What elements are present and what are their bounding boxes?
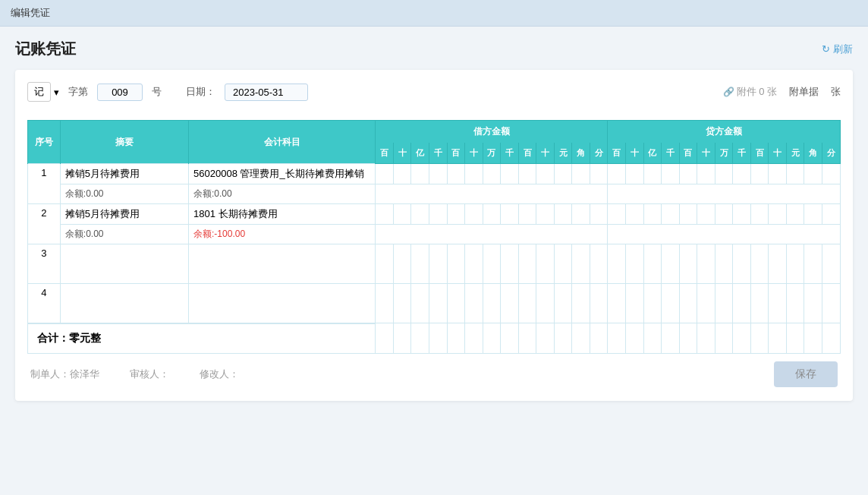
th-c-bai: 百 — [679, 143, 697, 164]
row3-account[interactable] — [189, 244, 376, 284]
row1-account[interactable]: 56020008 管理费用_长期待摊费用摊销 — [189, 164, 376, 184]
paperclip-icon: 🔗 — [723, 87, 734, 97]
refresh-button[interactable]: ↻ 刷新 — [822, 43, 853, 56]
th-summary: 摘要 — [60, 121, 188, 164]
th-c-shi2: 十 — [626, 143, 644, 164]
th-c-qian: 千 — [733, 143, 751, 164]
date-input[interactable] — [225, 84, 308, 101]
dropdown-icon: ▾ — [54, 87, 59, 98]
voucher-table: 序号 摘要 会计科目 借方金额 贷方金额 百 十 亿 千 百 十 万 — [27, 120, 841, 354]
modifier-area: 修改人： — [200, 367, 239, 381]
right-actions: 🔗 附件 0 张 附单据 张 — [723, 85, 841, 99]
table-header-row-1: 序号 摘要 会计科目 借方金额 贷方金额 — [28, 121, 841, 143]
table-row-balance1: 余额:0.00 余额:0.00 — [28, 184, 841, 204]
th-c-bai3: 百 — [750, 143, 769, 164]
row4-summary[interactable] — [60, 284, 188, 323]
th-c-wan: 万 — [715, 143, 733, 164]
creator-name: 徐泽华 — [70, 368, 99, 380]
th-d-qian2: 千 — [429, 143, 448, 164]
auditor-label: 审核人： — [130, 368, 169, 380]
th-d-bai: 百 — [447, 143, 465, 164]
th-d-wan: 万 — [483, 143, 501, 164]
row2-summary[interactable]: 摊销5月待摊费用 — [60, 204, 188, 225]
voucher-card: 记 ▾ 字第 号 日期： 🔗 附件 0 张 附单据 张 — [15, 70, 853, 401]
row1-balance: 余额:0.00 — [60, 184, 188, 204]
th-d-qian: 千 — [501, 143, 519, 164]
hao-label: 号 — [152, 85, 162, 99]
content-area: 记账凭证 ↻ 刷新 记 ▾ 字第 号 日期： 🔗 — [0, 27, 868, 495]
th-c-shi3: 十 — [769, 143, 787, 164]
th-seq: 序号 — [28, 121, 61, 164]
row1-seq: 1 — [28, 164, 61, 204]
refresh-icon: ↻ — [822, 43, 830, 55]
voucher-type-button[interactable]: 记 — [27, 82, 51, 102]
form-row: 记 ▾ 字第 号 日期： 🔗 附件 0 张 附单据 张 — [27, 82, 841, 109]
row4-seq: 4 — [28, 284, 61, 323]
row2-seq: 2 — [28, 204, 61, 244]
th-d-shi2: 十 — [393, 143, 411, 164]
th-d-yi: 亿 — [411, 143, 429, 164]
th-c-jiao: 角 — [804, 143, 822, 164]
th-d-yuan: 元 — [554, 143, 572, 164]
th-d-fen: 分 — [590, 143, 608, 164]
auditor-area: 审核人： — [130, 367, 169, 381]
th-c-fen: 分 — [822, 143, 841, 164]
row1-summary[interactable]: 摊销5月待摊费用 — [60, 164, 188, 184]
r1-d1[interactable] — [376, 164, 394, 184]
th-c-yuan: 元 — [786, 143, 804, 164]
creator-area: 制单人：徐泽华 — [30, 367, 99, 381]
th-d-bai2: 百 — [376, 143, 394, 164]
total-row: 合计：零元整 — [28, 323, 841, 354]
total-label: 合计：零元整 — [28, 323, 376, 354]
window-title: 编辑凭证 — [11, 7, 50, 18]
row2-account[interactable]: 1801 长期待摊费用 — [189, 204, 376, 225]
th-d-shi3: 十 — [536, 143, 555, 164]
th-credit: 贷方金额 — [608, 121, 841, 143]
window: 编辑凭证 记账凭证 ↻ 刷新 记 ▾ 字第 号 日期： — [0, 0, 868, 495]
single-doc-button[interactable]: 附单据 — [789, 85, 819, 99]
creator-label: 制单人： — [30, 368, 70, 380]
th-c-qian2: 千 — [662, 143, 680, 164]
th-c-yi: 亿 — [643, 143, 662, 164]
date-label: 日期： — [186, 85, 215, 99]
zi-di-label: 字第 — [68, 85, 88, 99]
row2-balance: 余额:0.00 — [60, 225, 188, 244]
zhang-label: 张 — [831, 85, 841, 99]
th-debit: 借方金额 — [376, 121, 608, 143]
th-d-jiao: 角 — [572, 143, 590, 164]
table-row-balance2: 余额:0.00 余额:-100.00 — [28, 225, 841, 244]
footer-row: 制单人：徐泽华 审核人： 修改人： 保存 — [27, 354, 841, 389]
save-button[interactable]: 保存 — [774, 361, 838, 387]
th-account: 会计科目 — [189, 121, 376, 164]
row3-summary[interactable] — [60, 244, 188, 284]
attachment-link[interactable]: 🔗 附件 0 张 — [723, 85, 777, 99]
th-d-bai3: 百 — [518, 143, 536, 164]
page-header: 记账凭证 ↻ 刷新 — [15, 39, 853, 59]
voucher-type-area: 记 ▾ — [27, 82, 59, 102]
th-c-shi: 十 — [697, 143, 715, 164]
table-row: 1 摊销5月待摊费用 56020008 管理费用_长期待摊费用摊销 — [28, 164, 841, 184]
table-row: 3 — [28, 244, 841, 284]
table-row: 2 摊销5月待摊费用 1801 长期待摊费用 — [28, 204, 841, 225]
table-row: 4 — [28, 284, 841, 323]
row1-account-balance: 余额:0.00 — [189, 184, 376, 204]
th-d-shi: 十 — [465, 143, 483, 164]
title-bar: 编辑凭证 — [0, 0, 868, 27]
page-title: 记账凭证 — [15, 39, 76, 59]
row2-account-balance: 余额:-100.00 — [189, 225, 376, 244]
row4-account[interactable] — [189, 284, 376, 323]
voucher-number-input[interactable] — [97, 84, 143, 101]
modifier-label: 修改人： — [200, 368, 239, 380]
row3-seq: 3 — [28, 244, 61, 284]
th-c-bai2: 百 — [608, 143, 626, 164]
